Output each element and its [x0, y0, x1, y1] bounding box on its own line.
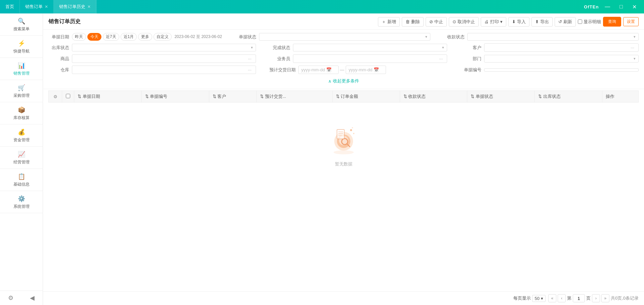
sidebar-icon-system-mgmt: ⚙️ — [18, 195, 25, 202]
minimize-button[interactable]: — — [601, 2, 613, 11]
select-all-checkbox[interactable] — [66, 94, 70, 98]
date-btn-today[interactable]: 今天 — [87, 33, 101, 41]
next-page-button[interactable]: › — [592, 294, 600, 302]
last-page-button[interactable]: » — [601, 294, 609, 302]
svg-point-12 — [352, 127, 353, 128]
tab-home[interactable]: 首页 — [0, 0, 20, 13]
print-dropdown-icon: ▾ — [500, 19, 503, 24]
import-label: 导入 — [517, 19, 526, 25]
tab-sales-order-history[interactable]: 销售订单历史✕ — [54, 0, 96, 13]
sidebar-icon-quick-nav: ⚡ — [18, 40, 25, 47]
new-icon: ＋ — [382, 19, 386, 25]
sidebar-icon-basic-info: 📋 — [18, 173, 25, 180]
data-table: ⚙ ⇅ 单据日期 ⇅ 单据编号 ⇅ 客户 — [48, 90, 639, 103]
sidebar-item-search-menu[interactable]: 🔍 搜索菜单 — [0, 13, 43, 36]
query-button[interactable]: 查询 — [603, 17, 621, 27]
sidebar-item-sales-mgmt[interactable]: 📊 销售管理 — [0, 58, 43, 80]
product-select[interactable]: ··· — [72, 54, 256, 63]
complete-status-label: 完成状态 — [269, 45, 293, 51]
print-button[interactable]: 🖨打印▾ — [481, 17, 506, 27]
order-no-input[interactable] — [484, 68, 639, 72]
total-text: 共0页,0条记录 — [611, 295, 639, 301]
sidebar-item-purchase-mgmt[interactable]: 🛒 采购管理 — [0, 80, 43, 102]
page-label-prefix: 第 — [567, 295, 571, 301]
sidebar-icon-search-menu: 🔍 — [18, 17, 25, 25]
th-settings: ⚙ — [49, 91, 62, 103]
salesperson-select[interactable]: ··· — [293, 54, 447, 63]
sidebar-item-system-mgmt[interactable]: ⚙️ 系统管理 — [0, 191, 43, 213]
date-btn-last7days[interactable]: 近7天 — [103, 33, 119, 41]
display-detail-checkbox[interactable] — [578, 20, 582, 24]
cancel-stop-icon: ⊙ — [453, 19, 456, 24]
sidebar-item-basic-info[interactable]: 📋 基础信息 — [0, 169, 43, 191]
delete-icon: 🗑 — [405, 19, 410, 24]
sidebar-icon-finance: 💰 — [18, 128, 25, 136]
filter-row-2: 出库状态 ▾ 完成状态 ▾ 客户 ··· — [48, 43, 639, 52]
th-customer: ⇅ 客户 — [209, 91, 256, 103]
sidebar-collapse-icon[interactable]: ◀ — [30, 294, 35, 302]
sidebar-item-inventory[interactable]: 📦 库存核算 — [0, 102, 43, 124]
tab-close-sales-order[interactable]: ✕ — [45, 4, 48, 9]
tab-label-sales-order: 销售订单 — [25, 4, 43, 10]
th-actions: 操作 — [602, 91, 639, 103]
sidebar-item-operations[interactable]: 📈 经营管理 — [0, 147, 43, 169]
th-order-no-label: ⇅ 单据编号 — [145, 94, 168, 99]
sidebar-item-finance[interactable]: 💰 资金管理 — [0, 124, 43, 147]
calendar-icon-end: 📅 — [374, 67, 379, 72]
tab-bar: 首页销售订单✕销售订单历史✕ — [0, 0, 580, 13]
collapse-up-icon: ∧ — [328, 79, 332, 84]
payment-status-select[interactable]: ▾ — [467, 33, 639, 41]
stop-label: 中止 — [434, 19, 443, 25]
per-page-select[interactable]: 50 ▾ — [532, 295, 545, 302]
order-status-label: 单据状态 — [235, 34, 259, 40]
filter-area: 单据日期 昨天 今天 近7天 近1月 更多 自定义 2023-06-02 至 2… — [43, 30, 644, 89]
salesperson-dots[interactable]: ··· — [438, 56, 444, 61]
window-close-button[interactable]: ✕ — [629, 2, 640, 11]
prev-page-button[interactable]: ‹ — [558, 294, 566, 302]
department-select[interactable]: ▾ — [484, 55, 639, 63]
date-btn-yesterday[interactable]: 昨天 — [72, 33, 86, 41]
print-icon: 🖨 — [484, 19, 489, 24]
cancel-stop-button[interactable]: ⊙取消中止 — [449, 17, 479, 27]
th-delivery-status-label: ⇅ 出库状态 — [538, 94, 561, 99]
refresh-button[interactable]: ↺刷新 — [555, 17, 576, 27]
warehouse-label: 仓库 — [48, 67, 72, 73]
settings-button[interactable]: 设置 — [623, 17, 639, 26]
sidebar-label-operations: 经营管理 — [13, 159, 30, 165]
new-button[interactable]: ＋新增 — [378, 17, 400, 27]
maximize-button[interactable]: □ — [616, 2, 626, 11]
th-order-no: ⇅ 单据编号 — [141, 91, 209, 103]
sidebar-label-basic-info: 基础信息 — [13, 182, 30, 187]
delivery-date-start[interactable]: yyyy-mm-dd 📅 — [298, 66, 339, 74]
delivery-status-select[interactable]: ▾ — [72, 44, 256, 51]
first-page-button[interactable]: « — [548, 294, 556, 302]
date-btn-custom[interactable]: 自定义 — [154, 33, 172, 41]
customer-select[interactable]: ··· — [484, 43, 639, 52]
delete-button[interactable]: 🗑删除 — [402, 17, 424, 27]
empty-illustration — [327, 123, 360, 156]
tab-sales-order[interactable]: 销售订单✕ — [20, 0, 54, 13]
order-status-select[interactable]: ▾ — [259, 33, 430, 41]
warehouse-dots[interactable]: ··· — [247, 67, 253, 72]
stop-button[interactable]: ⊘中止 — [426, 17, 447, 27]
warehouse-select[interactable]: ··· — [72, 66, 256, 74]
th-payment-status: ⇅ 收款状态 — [400, 91, 467, 103]
export-button[interactable]: ⬆导出 — [531, 17, 553, 27]
delivery-date-end[interactable]: yyyy-mm-dd 📅 — [346, 66, 386, 74]
cancel-stop-label: 取消中止 — [458, 19, 475, 25]
stop-icon: ⊘ — [429, 19, 433, 24]
complete-status-select[interactable]: ▾ — [293, 44, 447, 51]
table-settings-icon[interactable]: ⚙ — [53, 94, 57, 99]
tab-close-sales-order-history[interactable]: ✕ — [87, 4, 91, 9]
product-dots[interactable]: ··· — [247, 56, 253, 61]
collapse-button[interactable]: ∧ 收起更多条件 — [48, 77, 639, 85]
date-btn-more[interactable]: 更多 — [138, 33, 152, 41]
tab-label-home: 首页 — [5, 4, 14, 10]
sidebar-settings-icon[interactable]: ⚙ — [8, 294, 13, 302]
import-button[interactable]: ⬇导入 — [508, 17, 529, 27]
sidebar-item-quick-nav[interactable]: ⚡ 快捷导航 — [0, 36, 43, 58]
page-number-input[interactable] — [573, 294, 585, 302]
customer-dots[interactable]: ··· — [629, 45, 636, 50]
table-header-row: ⚙ ⇅ 单据日期 ⇅ 单据编号 ⇅ 客户 — [49, 91, 639, 103]
date-btn-last1month[interactable]: 近1月 — [121, 33, 137, 41]
